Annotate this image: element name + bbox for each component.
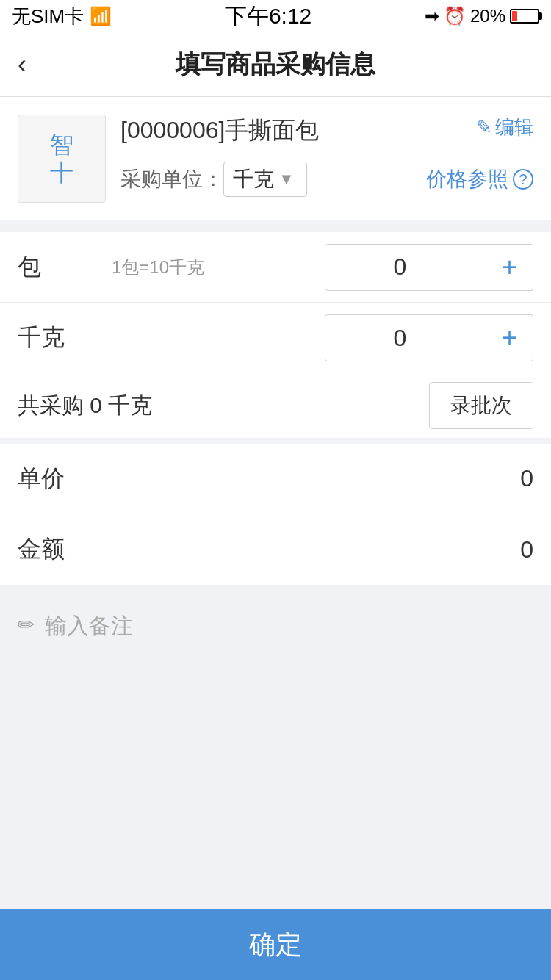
edit-label: 编辑 [495,115,533,140]
batch-button[interactable]: 录批次 [429,382,533,429]
unit-price-label: 单价 [18,463,520,495]
wifi-icon: 📶 [90,6,112,26]
unit-price-row: 单价 0 [0,444,551,514]
kg-input-row: 千克 + [0,303,551,373]
carrier-label: 无SIM卡 [12,4,84,29]
unit-label: 采购单位： [120,165,223,193]
kg-section: 千克 + [0,303,551,373]
remark-placeholder: 输入备注 [45,611,133,641]
product-unit-row: 采购单位： 千克 ▼ 价格参照 ? [120,162,533,197]
summary-total: 共采购 0 千克 [18,391,429,421]
unit-selector-group: 采购单位： 千克 ▼ [120,162,307,197]
battery-pct: 20% [470,6,505,26]
back-button[interactable]: ‹ [18,51,26,78]
pack-input[interactable] [325,244,486,291]
remark-pencil-icon: ✏ [18,613,35,637]
price-amount-section: 单价 0 金额 0 [0,444,551,591]
status-left: 无SIM卡 📶 [12,4,112,29]
price-ref-info-icon: ? [513,169,533,190]
confirm-bar[interactable]: 确定 [0,909,551,980]
pack-plus-button[interactable]: + [486,244,533,291]
pack-sublabel: 1包=10千克 [112,256,204,279]
kg-number-box: + [325,314,533,361]
pack-input-row: 包 1包=10千克 + [0,232,551,303]
amount-label: 金额 [18,533,520,566]
unit-value: 千克 [233,165,274,193]
status-bar: 无SIM卡 📶 下午6:12 ➡ ⏰ 20% [0,0,551,32]
status-right: ➡ ⏰ 20% [425,6,539,26]
product-name: [0000006]手撕面包 [120,115,319,147]
unit-select[interactable]: 千克 ▼ [223,162,307,197]
kg-label: 千克 [18,322,106,354]
unit-arrow-icon: ▼ [278,170,295,189]
product-logo: 智 十 [50,131,73,187]
edit-button[interactable]: ✎ 编辑 [476,115,533,140]
unit-price-value: 0 [520,465,533,492]
summary-row: 共采购 0 千克 录批次 [0,373,551,444]
edit-icon: ✎ [476,116,492,139]
price-ref-label: 价格参照 [426,165,508,193]
kg-plus-button[interactable]: + [486,314,533,361]
price-ref-button[interactable]: 价格参照 ? [426,165,533,193]
amount-row: 金额 0 [0,514,551,585]
pack-label: 包 [18,251,106,284]
pack-section: 包 1包=10千克 + [0,232,551,303]
product-header: [0000006]手撕面包 ✎ 编辑 [120,115,533,147]
amount-value: 0 [520,536,533,563]
remark-row[interactable]: ✏ 输入备注 [0,591,551,664]
product-info: [0000006]手撕面包 ✎ 编辑 采购单位： 千克 ▼ 价格参照 ? [120,115,533,197]
divider-top [0,226,551,232]
page-title: 填写商品采购信息 [176,48,375,82]
bottom-space [0,664,551,811]
product-image: 智 十 [18,115,106,203]
pack-number-box: + [325,244,533,291]
battery-icon [510,9,539,24]
product-card: 智 十 [0000006]手撕面包 ✎ 编辑 采购单位： 千克 ▼ 价格参照 ? [0,97,551,226]
confirm-label: 确定 [249,927,302,963]
location-icon: ➡ [425,6,439,26]
kg-input[interactable] [325,314,486,361]
status-time: 下午6:12 [225,1,311,32]
nav-bar: ‹ 填写商品采购信息 [0,32,551,97]
alarm-icon: ⏰ [444,6,466,26]
